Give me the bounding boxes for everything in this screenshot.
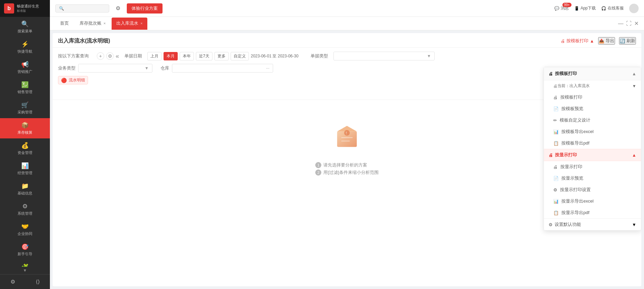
message-badge: 99+ xyxy=(562,3,572,7)
message-btn[interactable]: 💬 消息 99+ xyxy=(554,5,569,11)
tag-icon: 🔴 xyxy=(61,78,67,83)
page-title: 出入库流水(流水明细) xyxy=(58,37,110,45)
sidebar-item-sales[interactable]: 💹 销售管理 xyxy=(0,78,50,98)
dropdown-display-pdf-item[interactable]: 📋 按显示导出pdf xyxy=(544,207,641,218)
sidebar-icon-search: 🔍 xyxy=(21,20,29,28)
search-input[interactable] xyxy=(66,6,103,11)
dropdown-display-excel-item[interactable]: 📊 按显示导出excel xyxy=(544,195,641,207)
dropdown-footer[interactable]: ⚙ 设置默认功能 ▼ xyxy=(544,218,641,230)
filter-gear-btn[interactable]: ⚙ xyxy=(106,52,114,60)
sidebar-item-app-center[interactable]: 🧩 应用中心 xyxy=(0,260,50,267)
filter-tag[interactable]: 🔴 流水明细 xyxy=(58,76,88,84)
topbar-search-box[interactable]: 🔍 xyxy=(55,4,109,12)
display-print-label: 按显示打印 xyxy=(560,164,582,170)
tab-batch-label: 库存批次账 xyxy=(80,20,101,26)
refresh-btn[interactable]: 🔄 刷新 xyxy=(619,37,636,45)
message-icon: 💬 xyxy=(554,6,559,11)
app-download-btn[interactable]: 📱 App下载 xyxy=(574,5,596,11)
page-header: 出入库流水(流水明细) 🖨 按模板打印 ▲ 📤 导出 🔄 刷新 xyxy=(53,33,641,48)
sidebar-item-marketing[interactable]: 📢 营销推广 xyxy=(0,57,50,78)
trial-btn[interactable]: 体验行业方案 xyxy=(127,3,163,14)
template-preview-label: 按模板预览 xyxy=(561,106,583,112)
dropdown-current-item: 🖨 当前：出入库流水 ▼ xyxy=(544,80,641,91)
date-this-year-btn[interactable]: 本年 xyxy=(180,52,194,60)
sidebar-item-guide[interactable]: 🎯 新手引导 xyxy=(0,240,50,260)
sidebar-item-finance[interactable]: 💰 资金管理 xyxy=(0,138,50,159)
filter-add-btn[interactable]: + xyxy=(97,52,104,60)
dropdown-panel: 🖨 按模板打印 ▲ 🖨 当前：出入库流水 ▼ 🖨 按模板打印 📄 按模板预览 ✏ xyxy=(544,67,641,231)
dropdown-template-excel-item[interactable]: 📊 按模板导出excel xyxy=(544,126,641,137)
sidebar-label-quick-nav: 快捷导航 xyxy=(18,49,32,54)
tab-batch-account[interactable]: 库存批次账 × xyxy=(75,18,110,30)
sidebar-scroll-arrow[interactable]: ▼ xyxy=(0,267,50,274)
sidebar-item-inventory[interactable]: 📦 库存核算 xyxy=(0,118,50,138)
dropdown-header-chevron[interactable]: ▲ xyxy=(632,71,636,76)
sidebar-item-search[interactable]: 🔍 搜索菜单 xyxy=(0,17,50,37)
sidebar-logo: b 畅捷通好生意 标准版 xyxy=(0,0,50,17)
template-print-btn[interactable]: 🖨 按模板打印 ▲ xyxy=(561,38,594,44)
current-icon: 🖨 xyxy=(553,84,557,88)
app-download-label: App下载 xyxy=(581,5,596,11)
sidebar-item-quick-nav[interactable]: ⚡ 快捷导航 xyxy=(0,37,50,57)
dropdown-display-preview-item[interactable]: 📄 按显示预览 xyxy=(544,173,641,184)
bill-type-select[interactable]: ▼ xyxy=(333,52,435,60)
tab-close-btn[interactable]: ✕ xyxy=(634,20,639,27)
dropdown-display-print-item[interactable]: 🖨 按显示打印 xyxy=(544,161,641,173)
empty-tip-1: 1 请先选择要分析的方案 xyxy=(315,162,378,168)
filter-row-top: 按以下方案查询 + ⚙ « 单据日期 上月 本月 本年 近7天 更多 自定义 2… xyxy=(58,52,636,60)
dropdown-display-settings-item[interactable]: ⚙ 按显示打印设置 xyxy=(544,184,641,195)
headset-icon: 🎧 xyxy=(601,6,606,11)
template-excel-icon: 📊 xyxy=(553,129,559,134)
sidebar-label-operation: 经营管理 xyxy=(18,170,32,176)
sidebar-item-basic[interactable]: 📁 基础信息 xyxy=(0,179,50,199)
dropdown-display-header[interactable]: 🖨 按显示打印 ▲ xyxy=(544,149,641,161)
dropdown-template-preview-item[interactable]: 📄 按模板预览 xyxy=(544,103,641,114)
tab-home[interactable]: 首页 xyxy=(55,18,74,30)
app-download-icon: 📱 xyxy=(574,6,579,11)
topbar-gear-btn[interactable]: ⚙ xyxy=(113,4,123,13)
tab-home-label: 首页 xyxy=(60,20,69,26)
current-label: 当前：出入库流水 xyxy=(557,83,590,89)
sidebar-settings-btn[interactable]: ⚙ xyxy=(8,277,18,286)
biz-type-label: 业务类型 xyxy=(58,65,76,71)
dropdown-template-design-item[interactable]: ✏ 模板自定义设计 xyxy=(544,114,641,126)
page-content: 出入库流水(流水明细) 🖨 按模板打印 ▲ 📤 导出 🔄 刷新 xyxy=(53,33,641,286)
topbar: 🔍 ⚙ 体验行业方案 💬 消息 99+ 📱 App下载 🎧 在线客服 xyxy=(50,0,644,17)
sidebar-label-search: 搜索菜单 xyxy=(18,29,32,34)
sidebar-item-system[interactable]: ⚙ 系统管理 xyxy=(0,199,50,219)
tab-batch-close[interactable]: × xyxy=(104,21,106,25)
date-more-btn[interactable]: 更多 xyxy=(214,52,229,60)
tab-flow-close[interactable]: × xyxy=(140,21,142,25)
dropdown-template-header[interactable]: 🖨 按模板打印 ▲ xyxy=(544,67,641,80)
dropdown-template-print-item[interactable]: 🖨 按模板打印 xyxy=(544,91,641,103)
filter-label: 按以下方案查询 xyxy=(58,53,89,59)
sidebar-item-operation[interactable]: 📊 经营管理 xyxy=(0,159,50,179)
filter-collapse-btn[interactable]: « xyxy=(116,53,119,60)
warehouse-select[interactable]: ··· xyxy=(172,64,273,73)
date-custom-btn[interactable]: 自定义 xyxy=(231,52,249,60)
dropdown-display-chevron[interactable]: ▲ xyxy=(632,153,636,158)
export-btn[interactable]: 📤 导出 xyxy=(598,37,615,45)
sidebar-item-cooperation[interactable]: 🤝 企业协同 xyxy=(0,219,50,240)
biz-type-select[interactable]: ▼ xyxy=(78,64,152,73)
date-range-display: 2023-06-01 至 2023-06-30 xyxy=(251,53,298,59)
tab-minimize-btn[interactable]: — xyxy=(618,21,623,27)
sidebar-label-finance: 资金管理 xyxy=(18,150,32,155)
template-preview-icon: 📄 xyxy=(553,106,559,111)
sidebar-icon-operation: 📊 xyxy=(21,162,29,169)
date-this-month-btn[interactable]: 本月 xyxy=(164,52,178,60)
tab-flow[interactable]: 出入库流水 × xyxy=(112,18,147,30)
sidebar-icon-inventory: 📦 xyxy=(21,122,29,129)
page-header-actions: 🖨 按模板打印 ▲ 📤 导出 🔄 刷新 xyxy=(561,37,636,45)
sidebar-collapse-btn[interactable]: ⟨⟩ xyxy=(33,277,42,286)
tab-expand-btn[interactable]: ⛶ xyxy=(626,21,632,27)
tip-text-2: 用[过滤]条件来缩小分析范围 xyxy=(323,169,378,176)
printer-header-icon: 🖨 xyxy=(549,71,553,76)
date-last7-btn[interactable]: 近7天 xyxy=(196,52,212,60)
date-last-month-btn[interactable]: 上月 xyxy=(147,52,162,60)
sidebar-item-purchase[interactable]: 🛒 采购管理 xyxy=(0,98,50,118)
date-filter: 上月 本月 本年 近7天 更多 自定义 2023-06-01 至 2023-06… xyxy=(147,52,298,60)
user-avatar[interactable] xyxy=(629,4,639,13)
dropdown-template-pdf-item[interactable]: 📋 按模板导出pdf xyxy=(544,137,641,149)
online-service-btn[interactable]: 🎧 在线客服 xyxy=(601,5,624,11)
